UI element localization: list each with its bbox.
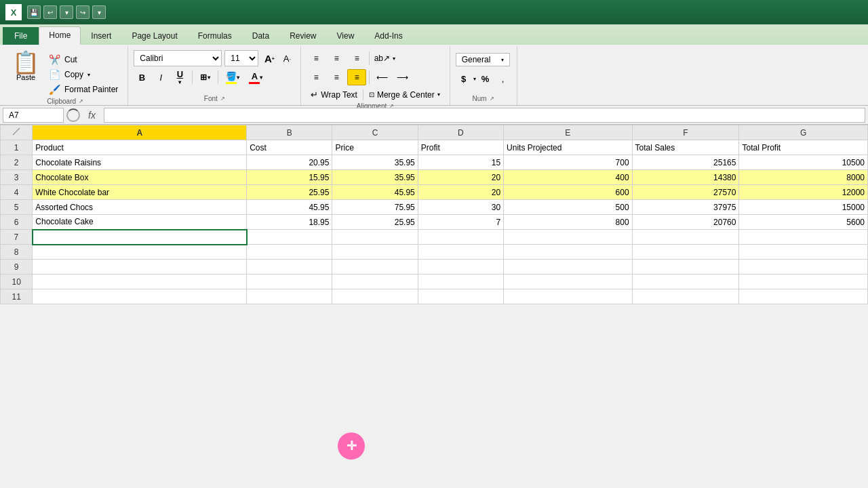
cell-G3[interactable]: 8000 [739, 170, 868, 185]
currency-button[interactable]: $ [456, 70, 472, 87]
formula-input[interactable] [104, 108, 865, 123]
cell-D1[interactable]: Profit [418, 140, 503, 155]
font-color-dropdown[interactable]: ▾ [260, 75, 262, 81]
cell-D2[interactable]: 15 [418, 155, 503, 170]
tab-addins[interactable]: Add-Ins [364, 27, 412, 45]
align-top-button[interactable]: ≡ [307, 50, 326, 66]
currency-dropdown[interactable]: ▾ [473, 76, 476, 82]
cell-F10[interactable] [632, 274, 739, 289]
redo-button[interactable]: ↪ [76, 5, 90, 19]
cut-button[interactable]: ✂️ Cut [45, 53, 122, 66]
comma-button[interactable]: , [495, 70, 511, 87]
increase-indent-button[interactable]: ⟶ [393, 69, 412, 85]
cell-F2[interactable]: 25165 [632, 155, 739, 170]
cell-E7[interactable] [504, 230, 632, 245]
row-header-7[interactable]: 7 [1, 230, 33, 245]
tab-page-layout[interactable]: Page Layout [121, 27, 187, 45]
align-left-button[interactable]: ≡ [307, 69, 326, 85]
align-middle-button[interactable]: ≡ [327, 50, 346, 66]
cell-A2[interactable]: Chocolate Raisins [33, 155, 247, 170]
cell-E6[interactable]: 800 [504, 215, 632, 230]
column-header-A[interactable]: A [33, 125, 247, 140]
decrease-indent-button[interactable]: ⟵ [372, 69, 391, 85]
cell-G2[interactable]: 10500 [739, 155, 868, 170]
paste-button[interactable]: 📋 Paste [8, 50, 43, 83]
cell-A1[interactable]: Product [33, 140, 247, 155]
number-expand-icon[interactable]: ↗ [490, 96, 494, 102]
tab-insert[interactable]: Insert [81, 27, 121, 45]
wrap-text-button[interactable]: ↵ Wrap Text [307, 88, 361, 101]
cell-A10[interactable] [33, 274, 247, 289]
customize-qat[interactable]: ▾ [92, 5, 106, 19]
cell-C4[interactable]: 45.95 [332, 185, 418, 200]
cell-A11[interactable] [33, 289, 247, 304]
cell-C11[interactable] [332, 289, 418, 304]
tab-home[interactable]: Home [39, 26, 81, 45]
cell-E3[interactable]: 400 [504, 170, 632, 185]
font-size-select[interactable]: 11 [224, 50, 258, 66]
align-bottom-button[interactable]: ≡ [347, 50, 366, 66]
row-header-5[interactable]: 5 [1, 200, 33, 215]
cell-D5[interactable]: 30 [418, 200, 503, 215]
font-color-button[interactable]: A ▾ [245, 69, 266, 85]
copy-dropdown-arrow[interactable]: ▾ [87, 72, 90, 78]
cell-E5[interactable]: 500 [504, 200, 632, 215]
column-header-B[interactable]: B [247, 125, 332, 140]
cell-D8[interactable] [418, 245, 503, 260]
tab-review[interactable]: Review [279, 27, 326, 45]
cell-D10[interactable] [418, 274, 503, 289]
borders-button[interactable]: ⊞ ▾ [197, 69, 214, 85]
cell-C7[interactable] [332, 230, 418, 245]
column-header-D[interactable]: D [418, 125, 503, 140]
column-header-G[interactable]: G [739, 125, 868, 140]
undo-button[interactable]: ↩ [43, 5, 57, 19]
row-header-4[interactable]: 4 [1, 185, 33, 200]
cell-C6[interactable]: 25.95 [332, 215, 418, 230]
row-header-8[interactable]: 8 [1, 245, 33, 260]
cell-E11[interactable] [504, 289, 632, 304]
row-header-1[interactable]: 1 [1, 140, 33, 155]
cell-C8[interactable] [332, 245, 418, 260]
tab-formulas[interactable]: Formulas [188, 27, 242, 45]
cell-F9[interactable] [632, 260, 739, 274]
formula-fx-icon[interactable]: fx [83, 110, 101, 121]
cell-E4[interactable]: 600 [504, 185, 632, 200]
fill-dropdown[interactable]: ▾ [237, 75, 239, 81]
row-header-9[interactable]: 9 [1, 260, 33, 274]
italic-button[interactable]: I [153, 69, 169, 85]
cell-F11[interactable] [632, 289, 739, 304]
cell-E2[interactable]: 700 [504, 155, 632, 170]
cell-D6[interactable]: 7 [418, 215, 503, 230]
row-header-2[interactable]: 2 [1, 155, 33, 170]
shrink-font-button[interactable]: A- [279, 50, 295, 66]
row-header-11[interactable]: 11 [1, 289, 33, 304]
cell-F3[interactable]: 14380 [632, 170, 739, 185]
cell-G11[interactable] [739, 289, 868, 304]
tab-data[interactable]: Data [242, 27, 279, 45]
cell-F5[interactable]: 37975 [632, 200, 739, 215]
cell-E1[interactable]: Units Projected [504, 140, 632, 155]
number-format-dropdown[interactable]: ▾ [501, 57, 504, 63]
cell-G10[interactable] [739, 274, 868, 289]
cell-G5[interactable]: 15000 [739, 200, 868, 215]
cell-C9[interactable] [332, 260, 418, 274]
cell-B6[interactable]: 18.95 [247, 215, 332, 230]
cell-G1[interactable]: Total Profit [739, 140, 868, 155]
column-header-F[interactable]: F [632, 125, 739, 140]
cell-B2[interactable]: 20.95 [247, 155, 332, 170]
cell-C2[interactable]: 35.95 [332, 155, 418, 170]
cell-B9[interactable] [247, 260, 332, 274]
cell-E10[interactable] [504, 274, 632, 289]
bold-button[interactable]: B [134, 69, 150, 85]
cell-A7[interactable] [33, 230, 247, 245]
save-button[interactable]: 💾 [27, 5, 41, 19]
percent-button[interactable]: % [477, 70, 494, 87]
font-expand-icon[interactable]: ↗ [220, 96, 225, 102]
merge-center-button[interactable]: ⊡ Merge & Center ▾ [365, 89, 444, 101]
cell-E9[interactable] [504, 260, 632, 274]
row-header-6[interactable]: 6 [1, 215, 33, 230]
underline-button[interactable]: U ▾ [172, 69, 188, 85]
orientation-dropdown[interactable]: ▾ [393, 56, 395, 62]
cell-B1[interactable]: Cost [247, 140, 332, 155]
cell-G7[interactable] [739, 230, 868, 245]
